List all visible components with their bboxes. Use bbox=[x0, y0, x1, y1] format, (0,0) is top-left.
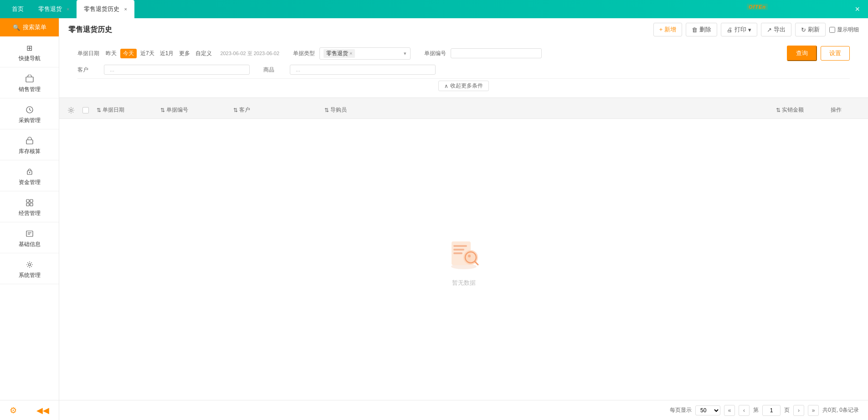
tab-retail-return[interactable]: 零售退货 × bbox=[31, 0, 77, 18]
date-shortcut-custom[interactable]: 自定义 bbox=[194, 49, 214, 58]
th-bill-no[interactable]: ⇅ 单据编号 bbox=[157, 106, 230, 114]
page-header: 零售退货历史 + 新增 🗑 删除 🖨 打印 ▾ ↗ bbox=[59, 18, 868, 98]
th-settings[interactable] bbox=[64, 107, 78, 114]
sales-mgmt-icon bbox=[25, 74, 35, 84]
last-page-button[interactable]: » bbox=[808, 405, 819, 416]
bill-type-select[interactable]: 零售退货 × ▾ bbox=[319, 47, 411, 60]
first-page-button[interactable]: « bbox=[724, 405, 735, 416]
per-page-label: 每页显示 bbox=[670, 406, 692, 414]
audio-bottom-icon[interactable]: ◀◀ bbox=[36, 405, 49, 415]
th-bill-no-sort-icon: ⇅ bbox=[160, 107, 165, 113]
query-button-label: 查询 bbox=[796, 50, 808, 56]
filter-area: 单据日期 昨天 今天 近7天 近1月 更多 自定义 2023-06-02 至 2… bbox=[68, 41, 859, 97]
customer-label: 客户 bbox=[77, 66, 100, 74]
svg-point-12 bbox=[28, 264, 31, 266]
date-range-display: 2023-06-02 至 2023-06-02 bbox=[220, 50, 279, 57]
date-shortcut-today[interactable]: 今天 bbox=[120, 49, 137, 58]
goods-filter-group: 商品 ... bbox=[263, 65, 436, 75]
export-button[interactable]: ↗ 导出 bbox=[761, 23, 791, 36]
basic-info-icon bbox=[25, 229, 35, 239]
page-unit: 页 bbox=[784, 406, 790, 414]
sidebar-item-inventory-label: 库存核算 bbox=[19, 148, 41, 155]
purchase-mgmt-icon bbox=[25, 105, 35, 115]
date-shortcut-7days[interactable]: 近7天 bbox=[139, 49, 156, 58]
bill-no-input[interactable] bbox=[451, 48, 542, 58]
sidebar-item-basic-info[interactable]: 基础信息 bbox=[0, 222, 59, 253]
top-bar: 首页 零售退货 × 零售退货历史 × OfTEn × bbox=[0, 0, 868, 18]
next-page-button[interactable]: › bbox=[793, 405, 804, 416]
show-detail-checkbox-label[interactable]: 显示明细 bbox=[829, 26, 859, 34]
page-input[interactable] bbox=[762, 405, 781, 416]
page-summary: 共0页, 0条记录 bbox=[822, 406, 859, 414]
show-detail-checkbox[interactable] bbox=[829, 27, 835, 33]
collapse-button[interactable]: ∧ 收起更多条件 bbox=[438, 81, 489, 91]
sidebar-search-button[interactable]: 🔍 搜索菜单 bbox=[0, 18, 59, 36]
per-page-select[interactable]: 50 10 20 100 bbox=[695, 405, 720, 415]
new-button[interactable]: + 新增 bbox=[653, 23, 682, 36]
sidebar-item-quick-nav[interactable]: ⊞ 快捷导航 bbox=[0, 36, 59, 67]
th-guide[interactable]: ⇅ 导购员 bbox=[321, 106, 394, 114]
header-checkbox[interactable] bbox=[82, 107, 89, 113]
refresh-icon: ↻ bbox=[801, 26, 806, 33]
main-content: 零售退货历史 + 新增 🗑 删除 🖨 打印 ▾ ↗ bbox=[59, 18, 868, 420]
sidebar-item-system-mgmt[interactable]: 系统管理 bbox=[0, 253, 59, 284]
th-customer[interactable]: ⇅ 客户 bbox=[230, 106, 321, 114]
bill-type-tag: 零售退货 × bbox=[324, 49, 355, 58]
bill-type-tag-close[interactable]: × bbox=[349, 51, 352, 56]
date-shortcuts: 昨天 今天 近7天 近1月 更多 自定义 bbox=[104, 49, 214, 58]
bill-type-filter-group: 单据类型 零售退货 × ▾ bbox=[293, 47, 411, 60]
sidebar-item-system-mgmt-label: 系统管理 bbox=[19, 271, 41, 279]
customer-select[interactable]: ... bbox=[104, 65, 250, 75]
date-filter-group: 单据日期 昨天 今天 近7天 近1月 更多 自定义 2023-06-02 至 2… bbox=[77, 49, 279, 58]
empty-state-icon bbox=[443, 232, 484, 273]
delete-button[interactable]: 🗑 删除 bbox=[686, 23, 717, 36]
sidebar-item-operations[interactable]: 经营管理 bbox=[0, 191, 59, 222]
new-button-label: + 新增 bbox=[659, 26, 676, 34]
tab-home[interactable]: 首页 bbox=[5, 0, 31, 18]
collapse-bar: ∧ 收起更多条件 bbox=[77, 78, 850, 93]
sidebar-items: ⊞ 快捷导航 销售管理 采购管理 库存核算 bbox=[0, 36, 59, 400]
set-button[interactable]: 设置 bbox=[821, 46, 850, 61]
tab-retail-return-history-close[interactable]: × bbox=[124, 6, 127, 12]
svg-point-4 bbox=[29, 172, 30, 173]
page-title-row: 零售退货历史 + 新增 🗑 删除 🖨 打印 ▾ ↗ bbox=[68, 23, 859, 36]
prev-page-button[interactable]: ‹ bbox=[739, 405, 750, 416]
th-bill-date-label: 单据日期 bbox=[103, 106, 124, 114]
refresh-button[interactable]: ↻ 刷新 bbox=[795, 23, 826, 36]
sidebar-item-purchase-mgmt[interactable]: 采购管理 bbox=[0, 98, 59, 129]
svg-rect-5 bbox=[26, 200, 29, 202]
sidebar-item-quick-nav-label: 快捷导航 bbox=[19, 55, 41, 62]
th-guide-label: 导购员 bbox=[330, 106, 347, 114]
sidebar-item-inventory[interactable]: 库存核算 bbox=[0, 129, 59, 160]
svg-rect-0 bbox=[26, 77, 33, 82]
bill-type-dropdown-icon: ▾ bbox=[404, 51, 406, 56]
date-shortcut-more[interactable]: 更多 bbox=[177, 49, 192, 58]
sidebar-item-finance-label: 资金管理 bbox=[19, 179, 41, 186]
customer-dots: ... bbox=[110, 67, 114, 73]
bill-type-tag-text: 零售退货 bbox=[326, 50, 348, 57]
tab-retail-return-close[interactable]: × bbox=[67, 6, 69, 12]
date-shortcut-yesterday[interactable]: 昨天 bbox=[104, 49, 118, 58]
sidebar-item-sales-mgmt[interactable]: 销售管理 bbox=[0, 67, 59, 98]
collapse-up-icon: ∧ bbox=[444, 83, 448, 89]
goods-label: 商品 bbox=[263, 66, 286, 74]
page-title: 零售退货历史 bbox=[68, 25, 112, 35]
sidebar-item-finance[interactable]: 资金管理 bbox=[0, 160, 59, 191]
sidebar: 🔍 搜索菜单 ⊞ 快捷导航 销售管理 采购管理 bbox=[0, 18, 59, 420]
th-bill-date[interactable]: ⇅ 单据日期 bbox=[93, 106, 157, 114]
settings-bottom-icon[interactable]: ⚙ bbox=[10, 405, 17, 415]
query-button[interactable]: 查询 bbox=[787, 46, 817, 61]
tab-retail-return-history[interactable]: 零售退货历史 × bbox=[77, 0, 134, 18]
th-amount[interactable]: ⇅ 实销金额 bbox=[772, 106, 827, 114]
svg-rect-18 bbox=[453, 252, 462, 254]
operations-icon bbox=[25, 198, 35, 208]
th-checkbox[interactable] bbox=[78, 107, 93, 113]
window-close-button[interactable]: × bbox=[851, 5, 863, 14]
print-button[interactable]: 🖨 打印 ▾ bbox=[721, 23, 757, 36]
bill-no-filter-group: 单据编号 bbox=[424, 48, 542, 58]
pagination-bar: 每页显示 50 10 20 100 « ‹ 第 页 › » 共0页, 0条记录 bbox=[59, 400, 868, 420]
date-shortcut-1month[interactable]: 近1月 bbox=[158, 49, 176, 58]
goods-select[interactable]: ... bbox=[290, 65, 436, 75]
svg-rect-2 bbox=[26, 140, 33, 144]
search-icon: 🔍 bbox=[13, 24, 20, 31]
